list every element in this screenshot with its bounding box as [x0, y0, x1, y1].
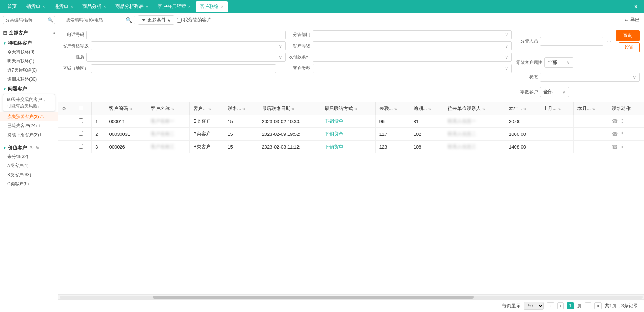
sidebar-search-icon[interactable]: 🔍 [48, 17, 53, 23]
sidebar-item-overdue[interactable]: 逾期未联络(30) [0, 75, 58, 84]
td-lastmonth-1 [539, 115, 573, 128]
horizontal-scrollbar[interactable] [58, 294, 644, 299]
per-page-select[interactable]: 50 20 100 [524, 302, 544, 310]
link-way-3[interactable]: 下销货单 [325, 144, 343, 149]
next-page-button[interactable]: › [585, 302, 591, 309]
th-last-way[interactable]: 最后联络方式 ⇅ [321, 102, 375, 115]
tab-analysis-list[interactable]: 商品分析列表 × [111, 1, 152, 12]
last-page-button[interactable]: » [594, 302, 602, 309]
row2-checkbox[interactable] [79, 131, 83, 136]
td-way-1: 下销货单 [321, 115, 375, 128]
search-input[interactable] [66, 17, 126, 23]
tab-home[interactable]: 首页 [3, 1, 21, 12]
select-all-checkbox[interactable] [79, 106, 83, 110]
section-pending-contact: ▼ 待联络客户 [0, 38, 58, 48]
td-date-3: 2023-02-03 11:12: [258, 141, 321, 153]
sidebar-item-unclassified[interactable]: 未分组(32) [0, 152, 58, 161]
filter-payment-select[interactable]: ∨ [313, 53, 512, 62]
filter-retail-select[interactable]: 全部 ∨ [540, 87, 569, 97]
filter-nature-select[interactable]: ∨ [86, 53, 286, 62]
first-page-button[interactable]: « [547, 302, 554, 309]
filter-status-select[interactable]: ∨ [540, 73, 640, 82]
th-name[interactable]: 客户名称 ⇅ [147, 102, 190, 115]
filter-phone-input[interactable] [86, 31, 286, 39]
edit-icon[interactable]: ✎ [35, 145, 39, 151]
section-value-customers: ▼ 价值客户 ↻ ✎ [0, 143, 58, 152]
query-button[interactable]: 查询 [616, 30, 640, 41]
contact-icon-3[interactable]: ☎ [612, 144, 618, 150]
th-not-contacted[interactable]: 未联... ⇅ [375, 102, 410, 115]
more-action-icon-1[interactable]: ⠿ [620, 118, 624, 124]
export-button[interactable]: ↩ 导出 [625, 17, 640, 23]
filter-manager-more[interactable]: ··· [605, 39, 613, 44]
contact-icon-1[interactable]: ☎ [612, 118, 618, 124]
sidebar-item-declining[interactable]: 持续下滑客户(2) ℹ [0, 130, 58, 139]
th-code[interactable]: 客户编码 ⇅ [105, 102, 147, 115]
sidebar-item-class-c[interactable]: C类客户(6) [0, 179, 58, 189]
th-this-month[interactable]: 本月... ⇅ [573, 102, 608, 115]
th-settings[interactable]: ⚙ [58, 102, 75, 115]
th-type[interactable]: 客户... ⇅ [190, 102, 224, 115]
sidebar-item-class-b[interactable]: B类客户(33) [0, 170, 58, 179]
scroll-thumb[interactable] [153, 296, 474, 299]
tab-customer-tier-close[interactable]: × [188, 4, 190, 9]
sort-year-icon: ⇅ [523, 107, 526, 111]
row1-checkbox[interactable] [79, 118, 83, 123]
more-filter-button[interactable]: ▼ 更多条件 ∧ [138, 15, 174, 25]
tab-analysis-list-close[interactable]: × [146, 4, 148, 9]
tab-purchase[interactable]: 进货单 × [50, 1, 77, 12]
th-this-year[interactable]: 本年... ⇅ [505, 102, 539, 115]
filter-dept-select[interactable]: ∨ [313, 30, 512, 39]
filter-region-input[interactable] [91, 64, 276, 73]
link-way-1[interactable]: 下销货单 [325, 118, 343, 124]
prev-page-button[interactable]: ‹ [557, 302, 564, 309]
th-contact[interactable]: 联络... ⇅ [224, 102, 258, 115]
tab-customer-tier[interactable]: 客户分层经营 × [153, 1, 195, 12]
sidebar-item-tomorrow[interactable]: 明天待联络(1) [0, 57, 58, 66]
sidebar-all-customers[interactable]: ⊞ 全部客户 « [0, 27, 58, 38]
refresh-icon[interactable]: ↻ [30, 145, 34, 151]
th-unit-contact[interactable]: 往来单位联系人 ⇅ [444, 102, 505, 115]
filter-customer-type-select[interactable]: ∨ [313, 64, 512, 73]
th-overdue[interactable]: 逾期... ⇅ [410, 102, 444, 115]
link-way-2[interactable]: 下销货单 [325, 131, 343, 137]
sidebar-item-today[interactable]: 今天待联络(0) [0, 48, 58, 57]
triangle-icon: ▼ [3, 41, 7, 45]
sidebar-item-churn-warning[interactable]: 流失预警客户(3) ⚠ [0, 112, 58, 121]
row3-checkbox[interactable] [79, 144, 83, 149]
filter-region-more[interactable]: ··· [278, 66, 286, 72]
tab-customer-contact[interactable]: 客户联络 × [196, 1, 228, 12]
th-last-date[interactable]: 最后联络日期 ⇅ [258, 102, 321, 115]
tab-analysis[interactable]: 商品分析 × [78, 1, 110, 12]
filter-manager-input[interactable] [540, 37, 603, 46]
settings-gear-icon[interactable]: ⚙ [62, 106, 67, 112]
window-close-button[interactable]: ✕ [631, 3, 641, 10]
sidebar-item-churned[interactable]: 已流失客户(24) ℹ [0, 121, 58, 130]
filter-customer-grade-select[interactable]: ∨ [313, 41, 512, 50]
sidebar-item-class-a[interactable]: A类客户(1) [0, 161, 58, 170]
filter-icon: ▼ [141, 17, 146, 23]
settings-button[interactable]: 设置 [619, 42, 640, 52]
tab-sales-close[interactable]: × [43, 4, 45, 9]
sidebar-item-7days[interactable]: 近7天待联络(0) [0, 66, 58, 75]
tab-sales[interactable]: 销货单 × [22, 1, 49, 12]
th-last-month[interactable]: 上月... ⇅ [539, 102, 573, 115]
filter-status: 状态 ∨ [516, 73, 640, 82]
search-submit-icon[interactable]: 🔍 [126, 17, 132, 23]
tab-analysis-close[interactable]: × [104, 4, 106, 9]
filter-customer-type: 客户类型 ∨ [289, 64, 512, 73]
more-action-icon-2[interactable]: ⠿ [620, 131, 624, 137]
filter-payment-label: 收付款条件 [289, 54, 310, 60]
sidebar-search-input[interactable] [3, 16, 55, 24]
more-action-icon-3[interactable]: ⠿ [620, 144, 624, 150]
td-settings-2 [58, 128, 75, 141]
td-checkbox-1 [75, 115, 91, 128]
my-customer-checkbox[interactable] [177, 18, 182, 23]
filter-arrow: ∧ [167, 17, 171, 23]
tab-purchase-close[interactable]: × [71, 4, 73, 9]
contact-icon-2[interactable]: ☎ [612, 131, 618, 137]
tab-customer-contact-close[interactable]: × [221, 4, 223, 9]
filter-price-grade-select[interactable]: ∨ [91, 41, 286, 50]
filter-retail-attr-select[interactable]: 全部 ∨ [544, 57, 573, 68]
sidebar-collapse-button[interactable]: « [52, 30, 55, 35]
